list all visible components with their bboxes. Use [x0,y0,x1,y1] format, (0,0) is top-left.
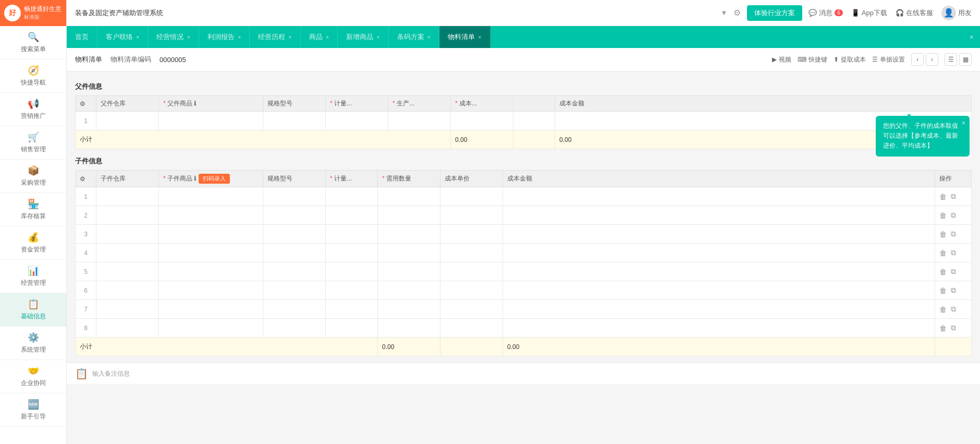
child-cell-amount[interactable] [503,300,935,319]
sidebar-item-nav[interactable]: 🧭 快捷导航 [0,59,66,93]
online-service-btn[interactable]: 🎧 在线客服 [896,8,933,18]
child-cell-unit-cost[interactable] [440,281,503,300]
child-cell-unit-cost[interactable] [440,300,503,319]
child-cell-warehouse[interactable] [96,206,159,225]
child-cell-goods[interactable] [159,225,263,244]
sidebar-item-marketing[interactable]: 📢 营销推广 [0,93,66,126]
child-cell-warehouse[interactable] [96,262,159,281]
delete-icon[interactable]: 🗑 [939,324,947,332]
tab-barcode-close[interactable]: × [427,34,431,40]
child-cell-goods[interactable] [159,244,263,262]
tab-operation-status[interactable]: 经营情况 × [148,26,199,48]
list-view-btn[interactable]: ☰ [945,53,957,66]
shortcut-btn[interactable]: ⌨ 快捷键 [798,55,827,64]
child-cell-warehouse[interactable] [96,281,159,300]
delete-icon[interactable]: 🗑 [939,230,947,238]
child-cell-unit[interactable] [326,319,378,338]
sidebar-item-guide[interactable]: 🆕 新手引导 [0,393,66,427]
tooltip-close-btn[interactable]: × [962,118,965,128]
sidebar-item-finance[interactable]: 💰 资金管理 [0,226,66,260]
prev-btn[interactable]: ‹ [911,53,924,66]
child-cell-spec[interactable] [263,187,326,206]
view-video-btn[interactable]: ▶ 视频 [772,55,791,64]
extract-cost-btn[interactable]: ⬆ 提取成本 [834,55,866,64]
child-cell-amount[interactable] [503,206,935,225]
sidebar-item-sales[interactable]: 🛒 销售管理 [0,126,66,160]
child-cell-unit[interactable] [326,281,378,300]
parent-cell-cost[interactable] [451,112,513,130]
child-cell-spec[interactable] [263,206,326,225]
parent-cell-goods[interactable] [159,112,263,130]
child-cell-unit[interactable] [326,206,378,225]
child-cell-unit-cost[interactable] [440,225,503,244]
child-cell-unit-cost[interactable] [440,262,503,281]
tab-home[interactable]: 首页 [67,26,97,48]
tab-operation-history[interactable]: 经营历程 × [250,26,300,48]
child-cell-warehouse[interactable] [96,225,159,244]
child-cell-warehouse[interactable] [96,187,159,206]
tab-new-goods[interactable]: 新增商品 × [338,26,388,48]
child-cell-qty[interactable] [378,187,440,206]
tab-barcode[interactable]: 条码方案 × [389,26,439,48]
child-cell-qty[interactable] [378,300,440,319]
message-btn[interactable]: 💬 消息 6 [808,8,843,18]
child-cell-unit[interactable] [326,225,378,244]
child-cell-unit[interactable] [326,300,378,319]
child-cell-unit[interactable] [326,187,378,206]
grid-view-btn[interactable]: ▦ [959,53,972,66]
tab-operation-history-close[interactable]: × [288,34,291,40]
tab-profit-close[interactable]: × [238,34,241,40]
child-cell-qty[interactable] [378,244,440,262]
child-cell-spec[interactable] [263,244,326,262]
copy-icon[interactable]: ⧉ [951,323,956,332]
sidebar-item-system[interactable]: ⚙️ 系统管理 [0,327,66,360]
delete-icon[interactable]: 🗑 [939,305,947,314]
child-cell-amount[interactable] [503,187,935,206]
scan-btn[interactable]: 扫码录入 [199,174,230,184]
sidebar-item-cooperation[interactable]: 🤝 企业协同 [0,360,66,393]
child-cell-spec[interactable] [263,319,326,338]
child-cell-qty[interactable] [378,262,440,281]
child-cell-qty[interactable] [378,319,440,338]
child-cell-amount[interactable] [503,281,935,300]
parent-cell-unit[interactable] [326,112,388,130]
sidebar-item-basic[interactable]: 📋 基础信息 [0,293,66,327]
child-cell-unit-cost[interactable] [440,319,503,338]
tab-bom[interactable]: 物料清单 × [439,26,490,48]
nav-close-all[interactable]: × [963,26,980,48]
child-cell-goods[interactable] [159,262,263,281]
delete-icon[interactable]: 🗑 [939,286,947,295]
delete-icon[interactable]: 🗑 [939,211,947,220]
sidebar-item-purchase[interactable]: 📦 采购管理 [0,160,66,193]
tab-profit[interactable]: 利润报告 × [199,26,250,48]
child-cell-warehouse[interactable] [96,300,159,319]
next-btn[interactable]: › [926,53,938,66]
child-cell-unit[interactable] [326,244,378,262]
tab-bom-close[interactable]: × [478,34,481,40]
copy-icon[interactable]: ⧉ [951,305,956,314]
child-cell-warehouse[interactable] [96,319,159,338]
single-setting-btn[interactable]: ☰ 单据设置 [872,55,905,64]
tab-goods[interactable]: 商品 × [301,26,338,48]
parent-col-settings[interactable]: ⚙ [76,96,96,112]
child-cell-warehouse[interactable] [96,244,159,262]
delete-icon[interactable]: 🗑 [939,193,947,201]
delete-icon[interactable]: 🗑 [939,268,947,276]
tab-operation-status-close[interactable]: × [187,34,190,40]
child-cell-spec[interactable] [263,225,326,244]
experience-btn[interactable]: 体验行业方案 [747,5,802,21]
child-cell-unit-cost[interactable] [440,244,503,262]
dropdown-arrow-icon[interactable]: ▼ [720,9,727,17]
child-cell-qty[interactable] [378,281,440,300]
tab-new-goods-close[interactable]: × [376,34,379,40]
child-cell-qty[interactable] [378,206,440,225]
child-cell-amount[interactable] [503,244,935,262]
child-cell-goods[interactable] [159,206,263,225]
copy-icon[interactable]: ⧉ [951,267,956,276]
gear-icon[interactable]: ⚙ [733,8,741,18]
child-cell-unit-cost[interactable] [440,206,503,225]
child-col-settings[interactable]: ⚙ [76,171,96,187]
tab-customer[interactable]: 客户联络 × [97,26,148,48]
child-cell-spec[interactable] [263,300,326,319]
copy-icon[interactable]: ⧉ [951,192,956,201]
